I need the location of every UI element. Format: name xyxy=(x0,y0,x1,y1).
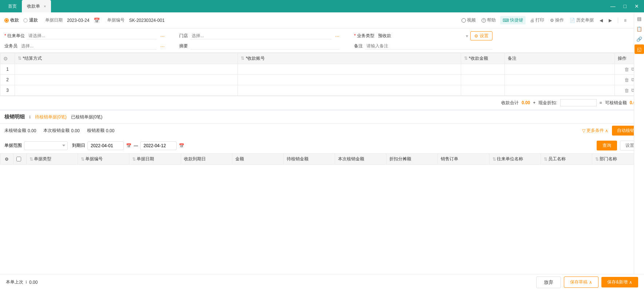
section-header: 核销明细 ℹ 待核销单据(0笔) 已核销单据(0笔) xyxy=(0,111,644,124)
table-row: 3 🗑 ⧉ xyxy=(0,85,644,96)
bth-checkbox-col xyxy=(13,154,27,164)
row-remark-1[interactable] xyxy=(504,64,614,75)
diff-value: 0.00 xyxy=(106,128,114,133)
business-type-dropdown-icon[interactable]: ▾ xyxy=(466,34,468,39)
row-settlement-3[interactable] xyxy=(15,85,238,96)
video-btn[interactable]: 视频 xyxy=(460,16,477,24)
help-btn[interactable]: ? 帮助 xyxy=(480,16,497,24)
equals-sign: = xyxy=(600,100,602,105)
due-date-label: 到期日 xyxy=(72,142,85,149)
help-icon: ? xyxy=(482,18,486,23)
radio-dot-shoukuan xyxy=(4,18,9,23)
radio-dot-tuikuan xyxy=(23,18,28,23)
row-remark-2[interactable] xyxy=(504,75,614,85)
form-area: * 往来单位 ··· 门店 ··· * 业务类型 预收款 ▾ xyxy=(0,28,644,53)
bth-number: ⇅ 单据编号 xyxy=(78,154,129,164)
delete-icon-1[interactable]: 🗑 xyxy=(624,67,629,72)
sidebar-frame-icon[interactable]: ◱ xyxy=(635,44,644,54)
remark-input[interactable] xyxy=(365,43,492,50)
window-controls: — □ ✕ xyxy=(608,3,641,10)
last-info-icon[interactable]: ℹ xyxy=(25,280,27,285)
tab-active[interactable]: 收款单 × xyxy=(22,0,51,12)
staff-input[interactable] xyxy=(20,43,157,50)
row-amount-1[interactable] xyxy=(461,64,504,75)
settings-button[interactable]: ⚙ 设置 xyxy=(470,31,492,40)
toolbar: 收款 退款 单据日期 2023-03-24 📅 单据编号 SK-20230324… xyxy=(0,12,644,28)
store-label: 门店 xyxy=(179,33,188,39)
store-more-icon[interactable]: ··· xyxy=(335,33,339,39)
summary-input[interactable] xyxy=(190,43,339,50)
range-field: 单据范围 xyxy=(4,141,68,150)
maximize-button[interactable]: □ xyxy=(621,3,629,10)
row-remark-3[interactable] xyxy=(504,85,614,96)
store-input[interactable] xyxy=(190,32,331,39)
store-field: 门店 ··· xyxy=(179,32,339,39)
counterpart-input[interactable] xyxy=(27,32,157,39)
row-settlement-1[interactable] xyxy=(15,64,238,75)
save-new-button[interactable]: 保存&新增 ∧ xyxy=(601,277,638,287)
row-settlement-2[interactable] xyxy=(15,75,238,85)
date-end-input[interactable] xyxy=(140,141,177,150)
bth-pending: 待核销金额 xyxy=(284,154,335,164)
cal-start-icon[interactable]: 📅 xyxy=(126,143,131,148)
radio-tuikuan[interactable]: 退款 xyxy=(23,17,38,23)
delete-icon-2[interactable]: 🗑 xyxy=(624,77,629,83)
minimize-button[interactable]: — xyxy=(608,3,618,10)
shortcut-icon: ⌨ xyxy=(503,18,509,23)
nav-left-btn[interactable]: ◀ xyxy=(598,17,604,24)
bth-sales-order: 销售订单 xyxy=(438,154,489,164)
row-amount-2[interactable] xyxy=(461,75,504,85)
print-btn[interactable]: 🖨 打印 xyxy=(529,16,546,24)
tab-home[interactable]: 首页 xyxy=(3,0,22,12)
sidebar-list-icon[interactable]: 📋 xyxy=(635,24,644,34)
sort-icon-bth1: ⇅ xyxy=(30,157,33,162)
done-tab[interactable]: 已核销单据(0笔) xyxy=(71,114,103,120)
counterpart-more-icon[interactable]: ··· xyxy=(160,33,165,39)
staff-field: 业务员 ··· xyxy=(4,43,165,50)
table-settings-icon[interactable]: ⚙ xyxy=(3,56,8,62)
operate-btn[interactable]: ⚙ 操作 xyxy=(549,16,565,24)
nav-right-btn[interactable]: ▶ xyxy=(607,17,613,24)
layout-btn[interactable]: ≡ xyxy=(623,17,628,24)
remark-field: 备注 xyxy=(354,43,492,50)
row-account-3[interactable] xyxy=(238,85,461,96)
tab-active-label: 收款单 xyxy=(27,3,40,9)
shortcut-btn[interactable]: ⌨ 快捷键 xyxy=(500,16,526,24)
date-calendar-icon[interactable]: 📅 xyxy=(94,17,100,23)
query-button[interactable]: 查询 xyxy=(597,141,617,150)
bth-gear-icon[interactable]: ⚙ xyxy=(5,157,9,162)
delete-icon-3[interactable]: 🗑 xyxy=(624,88,629,93)
close-button[interactable]: ✕ xyxy=(632,3,641,10)
sidebar-table-icon[interactable]: ▤ xyxy=(635,14,644,23)
select-all-checkbox[interactable] xyxy=(16,157,21,161)
sort-icon3: ⇅ xyxy=(464,56,468,61)
row-amount-3[interactable] xyxy=(461,85,504,96)
gear-icon: ⚙ xyxy=(474,34,478,39)
cal-end-icon[interactable]: 📅 xyxy=(179,143,184,148)
form-row-1: * 往来单位 ··· 门店 ··· * 业务类型 预收款 ▾ xyxy=(4,31,640,40)
discount-input[interactable] xyxy=(560,99,597,106)
current-value: 0.00 xyxy=(71,128,79,133)
bth-current: 本次核销金额 xyxy=(335,154,386,164)
pending-tab[interactable]: 待核销单据(0笔) xyxy=(35,114,67,120)
row-num-3: 3 xyxy=(0,85,15,96)
history-btn[interactable]: 📄 历史单据 xyxy=(568,16,595,24)
circle-icon xyxy=(462,18,466,23)
staff-more-icon[interactable]: ··· xyxy=(160,43,165,49)
staff-label: 业务员 xyxy=(4,43,17,49)
draft-button[interactable]: 保存草稿 ∧ xyxy=(564,277,598,288)
sidebar-link-icon[interactable]: 🔗 xyxy=(635,34,644,44)
footer-left: 本单上次 ℹ 0.00 xyxy=(6,279,38,285)
date-start-input[interactable] xyxy=(87,141,124,150)
date-label: 单据日期 xyxy=(45,17,63,23)
radio-shoukuan[interactable]: 收款 xyxy=(4,17,19,23)
section-info-icon[interactable]: ℹ xyxy=(29,115,31,119)
row-account-2[interactable] xyxy=(238,75,461,85)
abandon-button[interactable]: 放弃 xyxy=(536,277,561,288)
range-select[interactable] xyxy=(24,141,68,150)
row-account-1[interactable] xyxy=(238,64,461,75)
tab-close-icon[interactable]: × xyxy=(44,4,46,8)
more-conditions-btn[interactable]: ▽ 更多条件 ∧ xyxy=(582,128,608,134)
sort-icon-bth4: ⇅ xyxy=(492,157,496,162)
filter-icon: ▽ xyxy=(582,128,585,133)
